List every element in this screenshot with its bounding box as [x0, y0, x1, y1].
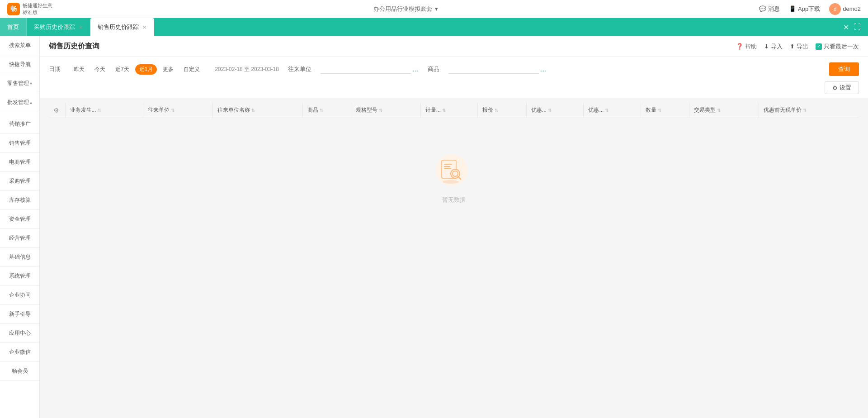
page-header-actions: ❓ 帮助 ⬇ 导入 ⬆ 导出 ✓ 只看最后一次	[736, 43, 859, 51]
svg-point-0	[443, 180, 459, 184]
settings-button[interactable]: ⚙ 设置	[825, 81, 859, 94]
table-wrapper: ⚙ 业务发生...⇅ 往来单位⇅ 往来单位名称⇅ 商品⇅	[40, 98, 868, 418]
svg-rect-2	[444, 164, 452, 165]
sidebar-wholesale-mgmt-label: 批发管理	[7, 99, 29, 106]
empty-text: 暂无数据	[442, 196, 466, 204]
data-table: ⚙ 业务发生...⇅ 往来单位⇅ 往来单位名称⇅ 商品⇅	[49, 103, 859, 118]
export-btn[interactable]: ⬆ 导出	[790, 43, 808, 51]
col-quantity[interactable]: 数量⇅	[641, 103, 689, 118]
app-download-btn[interactable]: 📱 App下载	[789, 5, 820, 13]
sort-icon: ⇅	[717, 108, 721, 113]
only-last-checkbox[interactable]: ✓ 只看最后一次	[816, 43, 859, 51]
sidebar-item-corp-wechat[interactable]: 企业微信	[0, 343, 39, 362]
sidebar-item-search-menu[interactable]: 搜索菜单	[0, 36, 39, 55]
sidebar-search-menu-label: 搜索菜单	[9, 42, 31, 48]
chevron-up-icon: ▴	[30, 100, 32, 105]
svg-rect-4	[444, 168, 451, 169]
sort-icon: ⇅	[379, 108, 382, 113]
import-btn[interactable]: ⬇ 导入	[764, 43, 783, 51]
import-icon: ⬇	[764, 43, 769, 50]
sidebar-item-enterprise[interactable]: 企业协同	[0, 286, 39, 305]
sidebar-item-newbie[interactable]: 新手引导	[0, 305, 39, 324]
sales-tab-close[interactable]: ✕	[142, 24, 146, 30]
date-btn-7days[interactable]: 近7天	[111, 64, 133, 75]
source-unit-input[interactable]	[321, 65, 411, 74]
content-area: 销售历史价查询 ❓ 帮助 ⬇ 导入 ⬆ 导出 ✓ 只看最后一次	[40, 36, 868, 418]
filter-row: 日期 昨天 今天 近7天 近1月 更多 自定义 2023-02-18 至 202…	[49, 62, 859, 76]
help-btn[interactable]: ❓ 帮助	[736, 43, 757, 51]
column-settings-gear-icon[interactable]: ⚙	[53, 107, 59, 114]
tab-purchase[interactable]: 采购历史价跟踪 ✕	[27, 18, 90, 36]
user-profile[interactable]: d demo2	[829, 3, 861, 15]
product-input[interactable]	[448, 65, 539, 74]
sidebar-quick-nav-label: 快捷导航	[9, 61, 31, 67]
col-unit[interactable]: 计量...⇅	[420, 103, 478, 118]
sort-icon: ⇅	[548, 108, 552, 113]
date-btn-yesterday[interactable]: 昨天	[70, 64, 89, 75]
date-btn-custom[interactable]: 自定义	[179, 64, 204, 75]
col-discount1[interactable]: 优惠...⇅	[526, 103, 584, 118]
sidebar-inventory-label: 库存核算	[9, 197, 31, 203]
sidebar-item-sys-mgmt[interactable]: 系统管理	[0, 267, 39, 286]
filter-actions: 查询	[829, 62, 859, 76]
sidebar-item-finance[interactable]: 资金管理	[0, 210, 39, 229]
empty-svg-icon	[438, 157, 465, 184]
sidebar-item-member[interactable]: 畅会员	[0, 362, 39, 381]
source-unit-picker-icon[interactable]: ...	[413, 65, 419, 73]
purchase-tab-close[interactable]: ✕	[79, 24, 83, 30]
sort-icon: ⇅	[320, 108, 323, 113]
sidebar-app-center-label: 应用中心	[9, 330, 31, 336]
sort-icon: ⇅	[658, 108, 661, 113]
top-bar: 畅 畅捷通好生意 标准版 办公用品行业模拟账套 ▾ 💬 消息 📱 App下载 d…	[0, 0, 868, 18]
chevron-down-icon: ▾	[30, 81, 32, 86]
col-trade-type[interactable]: 交易类型⇅	[689, 103, 759, 118]
sidebar-purchase-mgmt-label: 采购管理	[9, 178, 31, 184]
page-header: 销售历史价查询 ❓ 帮助 ⬇ 导入 ⬆ 导出 ✓ 只看最后一次	[40, 36, 868, 57]
date-buttons: 昨天 今天 近7天 近1月 更多 自定义	[70, 64, 204, 75]
sort-icon: ⇅	[803, 108, 807, 113]
sidebar-item-purchase-mgmt[interactable]: 采购管理	[0, 172, 39, 191]
close-all-tabs-icon[interactable]: ✕	[843, 23, 849, 32]
top-bar-left: 畅 畅捷通好生意 标准版	[7, 2, 52, 15]
fullscreen-icon[interactable]: ⛶	[854, 23, 861, 31]
table-header-row: ⚙ 业务发生...⇅ 往来单位⇅ 往来单位名称⇅ 商品⇅	[49, 103, 859, 118]
sidebar-item-app-center[interactable]: 应用中心	[0, 324, 39, 343]
date-btn-more[interactable]: 更多	[159, 64, 178, 75]
sidebar-ecommerce-label: 电商管理	[9, 159, 31, 165]
svg-rect-3	[444, 166, 450, 167]
col-unit-code[interactable]: 往来单位⇅	[143, 103, 212, 118]
date-btn-1month[interactable]: 近1月	[135, 64, 157, 75]
export-icon: ⬆	[790, 43, 795, 50]
main-layout: 搜索菜单 快捷导航 零售管理 ▾ 批发管理 ▴ 营销推广 销售管理 电商管理 采…	[0, 36, 868, 418]
col-quote[interactable]: 报价⇅	[478, 103, 526, 118]
date-btn-today[interactable]: 今天	[90, 64, 109, 75]
product-input-wrapper: ...	[448, 65, 547, 74]
col-pre-tax-price[interactable]: 优惠前无税单价⇅	[759, 103, 859, 118]
col-biz-date[interactable]: 业务发生...⇅	[65, 103, 143, 118]
avatar: d	[829, 3, 841, 15]
sidebar-item-operations[interactable]: 经营管理	[0, 229, 39, 248]
col-unit-name[interactable]: 往来单位名称⇅	[212, 103, 302, 118]
sales-tab-label: 销售历史价跟踪	[98, 23, 139, 31]
sidebar-item-retail-mgmt[interactable]: 零售管理 ▾	[0, 74, 39, 93]
sidebar-item-marketing[interactable]: 营销推广	[0, 112, 39, 134]
company-selector[interactable]: 办公用品行业模拟账套 ▾	[373, 5, 438, 13]
sidebar-item-basic-info[interactable]: 基础信息	[0, 248, 39, 267]
tab-home[interactable]: 首页	[0, 18, 27, 36]
logo-text: 畅捷通好生意 标准版	[23, 2, 52, 15]
sidebar-item-inventory[interactable]: 库存核算	[0, 191, 39, 210]
sidebar-item-sales-mgmt[interactable]: 销售管理	[0, 134, 39, 153]
sidebar-item-wholesale-mgmt[interactable]: 批发管理 ▴	[0, 93, 39, 112]
col-product[interactable]: 商品⇅	[303, 103, 351, 118]
sidebar-newbie-label: 新手引导	[9, 311, 31, 317]
col-discount2[interactable]: 优惠...⇅	[584, 103, 641, 118]
message-btn[interactable]: 💬 消息	[759, 5, 780, 13]
col-spec[interactable]: 规格型号⇅	[351, 103, 420, 118]
tab-sales[interactable]: 销售历史价跟踪 ✕	[90, 18, 154, 36]
filter-area: 日期 昨天 今天 近7天 近1月 更多 自定义 2023-02-18 至 202…	[40, 57, 868, 98]
product-picker-icon[interactable]: ...	[541, 65, 547, 73]
date-filter-label: 日期	[49, 65, 61, 73]
sidebar-item-ecommerce[interactable]: 电商管理	[0, 153, 39, 172]
sidebar-item-quick-nav[interactable]: 快捷导航	[0, 55, 39, 74]
query-button[interactable]: 查询	[829, 62, 859, 76]
